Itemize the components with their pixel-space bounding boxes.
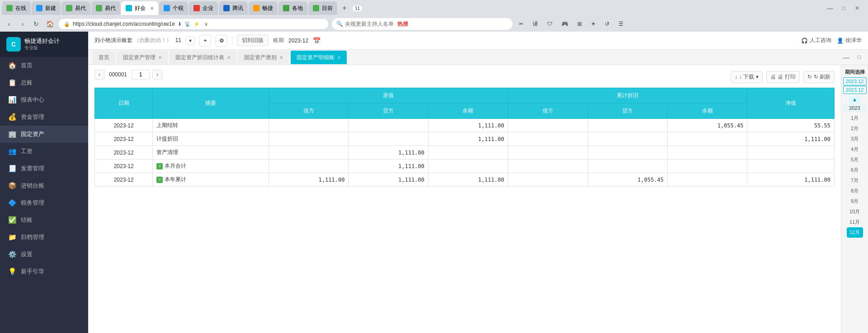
tab-close-icon[interactable]: ✕ [279, 55, 283, 60]
period-month-5[interactable]: 5月 [847, 155, 863, 165]
back-btn[interactable]: ‹ [4, 19, 14, 29]
browser-tab-online[interactable]: 在线 [2, 1, 31, 15]
search-input-area[interactable]: 🔍 央视更新主持人名单 热搜 [332, 18, 513, 30]
browser-tab-getax[interactable]: 个税 [159, 1, 188, 15]
right-container: 刘小艳演示账套 （勿删勿动！） 11 ▾ + ⚙ 切到旧版 账期 2023-12… [88, 32, 868, 333]
browser-tab-enterprise[interactable]: 企业 [189, 1, 218, 15]
switch-version-btn[interactable]: 切到旧版 [237, 35, 269, 46]
tab-close-icon[interactable]: ✕ [227, 55, 231, 60]
shield-btn[interactable]: 🛡 [543, 18, 556, 30]
menu-btn[interactable]: ☰ [615, 18, 627, 30]
cell-yuanzhi-debit [269, 119, 348, 132]
new-tab-btn[interactable]: + [338, 2, 351, 14]
sidebar-item-salary[interactable]: 👥 工资 [0, 143, 88, 160]
gamepad-btn[interactable]: 🎮 [558, 18, 572, 30]
translate-btn[interactable]: 译 [529, 18, 542, 30]
sidebar-item-reports[interactable]: 📊 报表中心 [0, 91, 88, 108]
th-accumulated-depreciation: 累计折旧 [508, 88, 747, 103]
page-input[interactable] [132, 70, 150, 80]
browser-tab-muqian[interactable]: 目前 [308, 1, 337, 15]
address-input[interactable]: 🔒 https://cloud.chanjet.com/accounting/u… [58, 18, 329, 30]
sidebar-item-invoice[interactable]: 🧾 发票管理 [0, 160, 88, 177]
brightness-btn[interactable]: ☀ [587, 18, 599, 30]
sidebar-item-guide[interactable]: 💡 新手引导 [0, 263, 88, 280]
minimize-tab-btn[interactable]: — [840, 53, 852, 62]
next-page-btn[interactable]: › [152, 70, 162, 80]
sidebar-item-funds[interactable]: 💰 资金管理 [0, 108, 88, 126]
minimize-btn[interactable]: — [825, 3, 835, 14]
cell-yuanzhi-balance: 1,111.00 [428, 119, 508, 132]
user-btn[interactable]: 👤 徐泽华 [837, 37, 862, 44]
tab-label: 固定资产管理 [123, 54, 156, 61]
grid-btn[interactable]: ⊞ [574, 18, 585, 30]
page-tab-fixed-assets-ledger[interactable]: 固定资产明细账 ✕ [291, 51, 347, 64]
close-btn[interactable]: ✕ [852, 3, 863, 14]
toolbar-icons: ✂ 译 🛡 🎮 ⊞ ☀ ↺ ☰ [515, 18, 627, 30]
sidebar-item-general-ledger[interactable]: 📋 总账 [0, 74, 88, 91]
browser-tab-haohui[interactable]: 好会 ✕ [121, 1, 158, 15]
period-month-9[interactable]: 9月 [847, 196, 863, 206]
cell-date: 2023-12 [95, 159, 153, 173]
tab-close-btn[interactable]: ✕ [150, 6, 154, 11]
sidebar-item-settings[interactable]: ⚙️ 设置 [0, 246, 88, 263]
reload-btn[interactable]: ↻ [31, 19, 42, 29]
sidebar-item-purchase-sale[interactable]: 📦 进销台账 [0, 177, 88, 194]
scissors-btn[interactable]: ✂ [515, 18, 527, 30]
cell-net-value [747, 146, 835, 159]
sidebar-item-home[interactable]: 🏠 首页 [0, 57, 88, 74]
period-month-11[interactable]: 11月 [847, 217, 863, 227]
sidebar-item-tax[interactable]: 🔷 税务管理 [0, 194, 88, 211]
period-month-12[interactable]: 12月 [847, 227, 863, 238]
tab-close-icon[interactable]: ✕ [158, 55, 162, 60]
cell-yuanzhi-balance [428, 146, 508, 159]
page-tab-fixed-assets-mgmt[interactable]: 固定资产管理 ✕ [117, 51, 168, 64]
no-delete-hint: （勿删勿动！） [134, 37, 172, 43]
sidebar-item-label: 发票管理 [21, 164, 44, 173]
cell-net-value: 55.55 [747, 119, 835, 132]
print-btn[interactable]: 🖨 🖨 打印 [766, 71, 799, 83]
download-btn[interactable]: ↓ ↓ 下载 ▾ [731, 71, 763, 83]
reports-icon: 📊 [8, 96, 16, 104]
sidebar-item-archive[interactable]: 📁 归档管理 [0, 229, 88, 246]
forward-btn[interactable]: › [17, 19, 28, 29]
period-month-1[interactable]: 1月 [847, 113, 863, 123]
page-tab-depreciation-stats[interactable]: 固定资产折旧统计表 ✕ [170, 51, 236, 64]
browser-tab-new[interactable]: 新建 [32, 1, 61, 15]
tab-label: 畅捷 [262, 5, 273, 12]
period-month-7[interactable]: 7月 [847, 175, 863, 186]
calendar-icon[interactable]: 📅 [313, 37, 321, 44]
browser-tab-gedi[interactable]: 各地 [278, 1, 307, 15]
home-nav-btn[interactable]: 🏠 [44, 19, 55, 29]
scroll-up-btn[interactable]: ▲ [849, 96, 861, 103]
period-month-8[interactable]: 8月 [847, 186, 863, 196]
period-month-10[interactable]: 10月 [847, 206, 863, 217]
refresh-btn[interactable]: ↻ ↻ 刷新 [803, 71, 835, 83]
maximize-tab-btn[interactable]: □ [855, 53, 863, 62]
service-btn[interactable]: 🎧 人工咨询 [801, 37, 831, 44]
sidebar-item-fixed-assets[interactable]: 🏢 固定资产 [0, 126, 88, 143]
period-month-4[interactable]: 4月 [847, 144, 863, 155]
period-month-6[interactable]: 6月 [847, 165, 863, 175]
browser-tab-changjie[interactable]: 畅捷 [249, 1, 278, 15]
page-tab-fixed-assets-category[interactable]: 固定资产类别 ✕ [238, 51, 289, 64]
topbar-divider [232, 36, 232, 45]
browser-tab-tencent[interactable]: 腾讯 [219, 1, 248, 15]
cell-lejizheju-credit [588, 132, 667, 146]
hot-search-label: 热搜 [397, 20, 408, 28]
account-dropdown-btn[interactable]: ▾ [186, 36, 195, 45]
sidebar-item-closing[interactable]: ✅ 结账 [0, 211, 88, 229]
prev-page-btn[interactable]: ‹ [94, 70, 104, 80]
browser-chrome: 在线 新建 易代 易代 好会 ✕ 个税 企业 [0, 0, 868, 32]
maximize-btn[interactable]: □ [838, 3, 849, 14]
add-account-btn[interactable]: + [199, 35, 211, 47]
period-month-3[interactable]: 3月 [847, 134, 863, 144]
cell-yuanzhi-balance: 1,111.00 [428, 132, 508, 146]
cast-icon: 📡 [184, 21, 191, 27]
browser-tab-yidai1[interactable]: 易代 [61, 1, 90, 15]
page-tab-home[interactable]: 首页 [93, 51, 115, 64]
browser-tab-yidai2[interactable]: 易代 [91, 1, 120, 15]
tab-close-icon[interactable]: ✕ [337, 55, 341, 60]
period-month-2[interactable]: 2月 [847, 123, 863, 134]
history-btn[interactable]: ↺ [601, 18, 613, 30]
settings-btn[interactable]: ⚙ [216, 35, 227, 47]
